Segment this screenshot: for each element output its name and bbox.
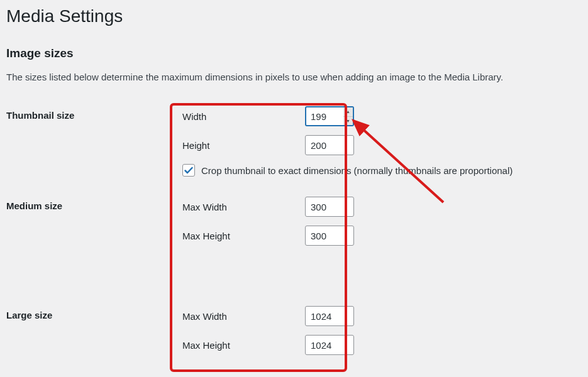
thumbnail-height-input[interactable] (305, 135, 354, 155)
thumbnail-crop-checkbox[interactable] (182, 164, 195, 177)
thumbnail-crop-label: Crop thumbnail to exact dimensions (norm… (201, 165, 513, 176)
check-icon (184, 165, 194, 175)
thumbnail-size-heading: Thumbnail size (0, 96, 170, 187)
section-title: Image sizes (0, 26, 588, 67)
medium-max-height-input[interactable] (305, 226, 354, 246)
medium-max-width-input[interactable] (305, 197, 354, 217)
large-max-width-input[interactable] (305, 306, 354, 326)
medium-size-heading: Medium size (0, 187, 170, 296)
large-max-height-label: Max Height (182, 340, 305, 351)
thumbnail-height-label: Height (182, 140, 305, 151)
large-size-heading: Large size (0, 296, 170, 374)
thumbnail-width-label: Width (182, 111, 305, 122)
spinner-up-icon[interactable]: ▲ (343, 107, 353, 117)
medium-max-width-label: Max Width (182, 202, 305, 212)
page-title: Media Settings (0, 0, 588, 26)
medium-max-height-label: Max Height (182, 231, 305, 241)
spinner-down-icon[interactable]: ▼ (343, 117, 353, 126)
large-max-height-input[interactable] (305, 335, 354, 355)
section-description: The sizes listed below determine the max… (0, 67, 588, 96)
large-max-width-label: Max Width (182, 311, 305, 322)
settings-table: Thumbnail size Width ▲ ▼ Height (0, 96, 588, 374)
